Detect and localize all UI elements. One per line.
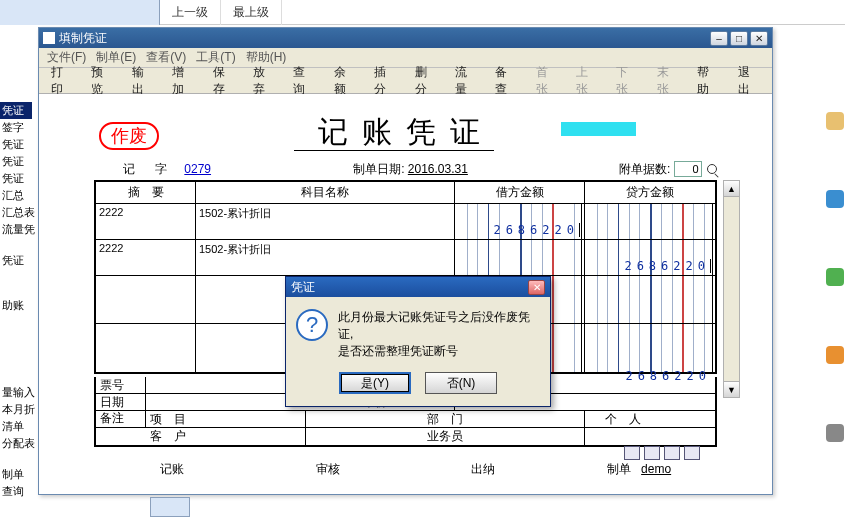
top-level-button[interactable]: 最上级 <box>221 0 282 25</box>
col-credit: 贷方金额 <box>585 182 715 203</box>
tree-item[interactable]: 签字 <box>0 119 32 136</box>
tree-item[interactable]: 量输入 <box>0 384 32 401</box>
voucher-no[interactable]: 0279 <box>180 162 215 176</box>
cust-label: 客 户 <box>146 428 306 445</box>
remark-label: 备注 <box>96 410 146 428</box>
right-shortcut-bar <box>825 112 845 442</box>
tree-item[interactable]: 凭证 <box>0 153 32 170</box>
foot-empty <box>585 428 715 445</box>
tree-item[interactable]: 流量凭 <box>0 221 32 238</box>
tree-item[interactable]: 凭证 <box>0 252 32 269</box>
tree-item[interactable]: 助账 <box>0 297 32 314</box>
attach-label: 附单据数: <box>619 162 670 176</box>
cell-summary[interactable] <box>96 276 196 323</box>
signature-row: 记账 审核 出纳 制单 demo <box>94 460 717 478</box>
highlight-bar <box>561 122 636 136</box>
toolbar: 打印 预览 输出 增加 保存 放弃 查询 余额 插分 删分 流量 备查 首张 上… <box>39 68 772 94</box>
voucher-date[interactable]: 2016.03.31 <box>408 162 468 176</box>
col-summary: 摘 要 <box>96 182 196 203</box>
shortcut-icon[interactable] <box>826 112 844 130</box>
sig-cashier: 出纳 <box>406 461 562 478</box>
note-icon[interactable] <box>664 446 680 460</box>
sig-audit: 审核 <box>250 461 406 478</box>
titlebar[interactable]: 填制凭证 – □ ✕ <box>39 28 772 48</box>
shortcut-icon[interactable] <box>826 346 844 364</box>
sales-label: 业务员 <box>306 428 585 445</box>
attach-count-input[interactable] <box>674 161 702 177</box>
doc-title-underline <box>294 150 494 151</box>
window-title: 填制凭证 <box>59 30 107 47</box>
cell-summary[interactable]: 2222 <box>96 240 196 275</box>
outer-toolbar-spacer <box>0 0 160 25</box>
flag-icon[interactable] <box>624 446 640 460</box>
scroll-down-icon[interactable]: ▼ <box>724 381 739 397</box>
tree-item[interactable]: 查询 <box>0 483 32 500</box>
shortcut-icon[interactable] <box>826 268 844 286</box>
col-subject: 科目名称 <box>196 182 455 203</box>
scroll-up-icon[interactable]: ▲ <box>724 181 739 197</box>
voucher-window: 填制凭证 – □ ✕ 文件(F) 制单(E) 查看(V) 工具(T) 帮助(H)… <box>38 27 773 495</box>
outer-toolbar: 上一级 最上级 <box>0 0 845 25</box>
left-tree: 凭证 签字 凭证 凭证 凭证 汇总 汇总表 流量凭 凭证 助账 量输入 本月折 … <box>0 25 32 517</box>
tree-item[interactable]: 本月折 <box>0 401 32 418</box>
person-label: 个 人 <box>585 411 715 428</box>
tree-item[interactable]: 凭证 <box>0 102 32 119</box>
dialog-titlebar[interactable]: 凭证 ✕ <box>286 277 550 297</box>
tree-item[interactable]: 凭证 <box>0 170 32 187</box>
shortcut-icon[interactable] <box>826 190 844 208</box>
signature-icons <box>624 446 700 460</box>
tree-item[interactable]: 汇总表 <box>0 204 32 221</box>
cell-summary[interactable]: 2222 <box>96 204 196 239</box>
yes-button[interactable]: 是(Y) <box>339 372 411 394</box>
shortcut-icon[interactable] <box>826 424 844 442</box>
no-button[interactable]: 否(N) <box>425 372 497 394</box>
col-debit: 借方金额 <box>455 182 585 203</box>
voucher-header: 记 字 0279 制单日期: 2016.03.31 附单据数: <box>94 160 717 178</box>
doc-title: 记账凭证 <box>39 112 772 153</box>
cell-subject[interactable]: 1502-累计折旧 <box>196 204 455 239</box>
prev-level-button[interactable]: 上一级 <box>160 0 221 25</box>
maximize-icon[interactable]: □ <box>730 31 748 46</box>
cell-summary[interactable] <box>96 324 196 372</box>
tree-item[interactable]: 分配表 <box>0 435 32 452</box>
cell-credit[interactable] <box>585 324 715 372</box>
table-scrollbar[interactable]: ▲ ▼ <box>723 180 740 398</box>
tree-item[interactable]: 制单 <box>0 466 32 483</box>
date-label: 制单日期: <box>353 162 404 176</box>
dialog-message: 此月份最大记账凭证号之后没作废凭证, 是否还需整理凭证断号 <box>338 309 540 360</box>
search-icon[interactable] <box>707 164 717 174</box>
cell-debit[interactable] <box>455 240 585 275</box>
close-icon[interactable]: ✕ <box>750 31 768 46</box>
calc-icon[interactable] <box>644 446 660 460</box>
cell-credit[interactable] <box>585 276 715 323</box>
ji-label: 记 <box>123 162 135 176</box>
sig-record: 记账 <box>94 461 250 478</box>
cell-credit[interactable]: 2686220 <box>585 240 715 275</box>
date2-label: 日期 <box>96 394 146 411</box>
bottom-taskbar-item[interactable] <box>150 497 190 517</box>
table-row[interactable]: 2222 1502-累计折旧 2686220 <box>96 240 715 276</box>
cell-credit[interactable] <box>585 204 715 239</box>
minimize-icon[interactable]: – <box>710 31 728 46</box>
tree-item[interactable]: 清单 <box>0 418 32 435</box>
ticket-label: 票号 <box>96 377 146 394</box>
question-icon: ? <box>296 309 328 341</box>
tree-item[interactable]: 汇总 <box>0 187 32 204</box>
project-label: 项 目 <box>146 411 306 428</box>
dialog-title: 凭证 <box>291 279 315 296</box>
dialog-close-icon[interactable]: ✕ <box>528 280 545 295</box>
cell-debit[interactable]: 2686220 <box>455 204 585 239</box>
cell-subject[interactable]: 1502-累计折旧 <box>196 240 455 275</box>
tree-item[interactable]: 凭证 <box>0 136 32 153</box>
setting-icon[interactable] <box>684 446 700 460</box>
app-icon <box>43 32 55 44</box>
table-row[interactable]: 2222 1502-累计折旧 2686220 <box>96 204 715 240</box>
dept-label: 部 门 <box>306 411 585 428</box>
zi-label: 字 <box>155 162 167 176</box>
confirm-dialog: 凭证 ✕ ? 此月份最大记账凭证号之后没作废凭证, 是否还需整理凭证断号 是(Y… <box>285 276 551 407</box>
table-header: 摘 要 科目名称 借方金额 贷方金额 <box>96 182 715 204</box>
sig-maker: 制单 demo <box>561 461 717 478</box>
